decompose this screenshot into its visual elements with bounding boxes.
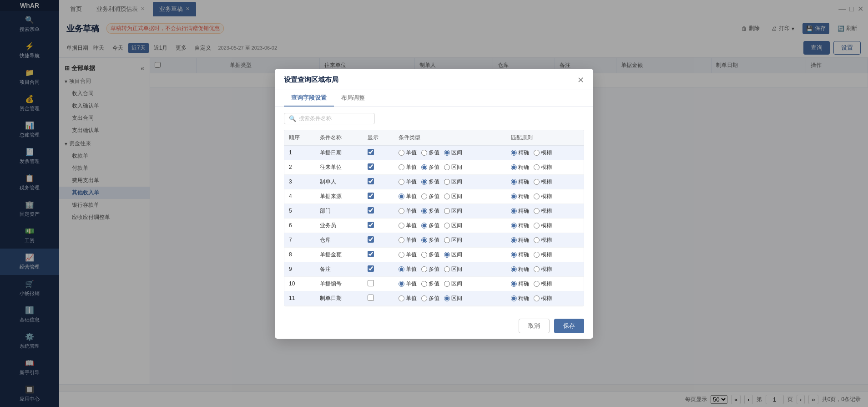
- row-match[interactable]: 精确 模糊: [506, 233, 584, 247]
- modal-close-icon[interactable]: ✕: [577, 75, 584, 85]
- show-checkbox-cell[interactable]: [368, 194, 374, 200]
- show-checkbox[interactable]: [368, 222, 374, 228]
- show-checkbox-cell[interactable]: [368, 150, 374, 157]
- type-radio-多值[interactable]: 多值: [421, 280, 439, 288]
- match-radio-模糊[interactable]: 模糊: [534, 149, 552, 157]
- match-radio-精确[interactable]: 精确: [511, 163, 529, 171]
- row-show[interactable]: [363, 189, 394, 204]
- show-checkbox[interactable]: [368, 236, 374, 243]
- type-radio-多值[interactable]: 多值: [421, 222, 439, 229]
- match-radio-精确[interactable]: 精确: [511, 178, 529, 186]
- row-show[interactable]: [363, 276, 394, 291]
- row-show[interactable]: [363, 262, 394, 276]
- row-type[interactable]: 单值 多值 区间: [394, 276, 506, 291]
- type-radio-区间[interactable]: 区间: [444, 207, 462, 215]
- match-radio-模糊[interactable]: 模糊: [534, 193, 552, 200]
- type-radio-区间[interactable]: 区间: [444, 149, 462, 157]
- row-show[interactable]: [363, 247, 394, 262]
- match-radio-精确[interactable]: 精确: [511, 193, 529, 200]
- type-radio-区间[interactable]: 区间: [444, 236, 462, 244]
- type-radio-单值[interactable]: 单值: [399, 280, 417, 288]
- match-radio-模糊[interactable]: 模糊: [534, 163, 552, 171]
- row-match[interactable]: 精确 模糊: [506, 291, 584, 305]
- row-match[interactable]: 精确 模糊: [506, 160, 584, 174]
- show-checkbox-cell[interactable]: [368, 179, 374, 186]
- show-checkbox-cell[interactable]: [368, 223, 374, 229]
- type-radio-单值[interactable]: 单值: [399, 149, 417, 157]
- row-match[interactable]: 精确 模糊: [506, 247, 584, 262]
- row-show[interactable]: [363, 160, 394, 174]
- show-checkbox-cell[interactable]: [368, 238, 374, 244]
- show-checkbox[interactable]: [368, 149, 374, 155]
- show-checkbox-cell[interactable]: [368, 252, 374, 259]
- match-radio-模糊[interactable]: 模糊: [534, 295, 552, 302]
- type-radio-单值[interactable]: 单值: [399, 193, 417, 200]
- match-radio-精确[interactable]: 精确: [511, 222, 529, 229]
- condition-search-input[interactable]: [299, 115, 370, 122]
- row-match[interactable]: 精确 模糊: [506, 145, 584, 160]
- match-radio-精确[interactable]: 精确: [511, 280, 529, 288]
- type-radio-单值[interactable]: 单值: [399, 178, 417, 186]
- match-radio-精确[interactable]: 精确: [511, 295, 529, 302]
- match-radio-模糊[interactable]: 模糊: [534, 178, 552, 186]
- type-radio-区间[interactable]: 区间: [444, 251, 462, 259]
- match-radio-模糊[interactable]: 模糊: [534, 265, 552, 273]
- type-radio-多值[interactable]: 多值: [421, 265, 439, 273]
- row-match[interactable]: 精确 模糊: [506, 276, 584, 291]
- row-type[interactable]: 单值 多值 区间: [394, 145, 506, 160]
- match-radio-精确[interactable]: 精确: [511, 265, 529, 273]
- modal-tab-layout[interactable]: 布局调整: [334, 90, 372, 107]
- show-checkbox-cell[interactable]: [368, 267, 374, 273]
- row-match[interactable]: 精确 模糊: [506, 262, 584, 276]
- show-checkbox[interactable]: [368, 207, 374, 214]
- row-match[interactable]: 精确 模糊: [506, 204, 584, 218]
- row-type[interactable]: 单值 多值 区间: [394, 233, 506, 247]
- type-radio-区间[interactable]: 区间: [444, 193, 462, 200]
- type-radio-区间[interactable]: 区间: [444, 222, 462, 229]
- row-type[interactable]: 单值 多值 区间: [394, 204, 506, 218]
- show-checkbox[interactable]: [368, 163, 374, 170]
- type-radio-单值[interactable]: 单值: [399, 207, 417, 215]
- type-radio-区间[interactable]: 区间: [444, 178, 462, 186]
- type-radio-多值[interactable]: 多值: [421, 163, 439, 171]
- row-type[interactable]: 单值 多值 区间: [394, 262, 506, 276]
- show-checkbox-cell[interactable]: [368, 281, 374, 288]
- row-show[interactable]: [363, 204, 394, 218]
- row-show[interactable]: [363, 174, 394, 189]
- row-type[interactable]: 单值 多值 区间: [394, 218, 506, 233]
- type-radio-区间[interactable]: 区间: [444, 163, 462, 171]
- match-radio-模糊[interactable]: 模糊: [534, 222, 552, 229]
- row-type[interactable]: 单值 多值 区间: [394, 247, 506, 262]
- match-radio-模糊[interactable]: 模糊: [534, 207, 552, 215]
- row-type[interactable]: 单值 多值 区间: [394, 189, 506, 204]
- match-radio-精确[interactable]: 精确: [511, 149, 529, 157]
- row-type[interactable]: 单值 多值 区间: [394, 291, 506, 305]
- match-radio-精确[interactable]: 精确: [511, 236, 529, 244]
- type-radio-区间[interactable]: 区间: [444, 265, 462, 273]
- type-radio-单值[interactable]: 单值: [399, 163, 417, 171]
- show-checkbox-cell[interactable]: [368, 165, 374, 171]
- cancel-button[interactable]: 取消: [519, 319, 550, 333]
- type-radio-多值[interactable]: 多值: [421, 207, 439, 215]
- type-radio-多值[interactable]: 多值: [421, 295, 439, 302]
- row-match[interactable]: 精确 模糊: [506, 189, 584, 204]
- show-checkbox[interactable]: [368, 193, 374, 199]
- modal-tab-fields[interactable]: 查询字段设置: [284, 90, 334, 107]
- show-checkbox-cell[interactable]: [368, 296, 374, 302]
- type-radio-多值[interactable]: 多值: [421, 178, 439, 186]
- type-radio-单值[interactable]: 单值: [399, 222, 417, 229]
- type-radio-多值[interactable]: 多值: [421, 193, 439, 200]
- match-radio-模糊[interactable]: 模糊: [534, 280, 552, 288]
- type-radio-多值[interactable]: 多值: [421, 236, 439, 244]
- show-checkbox[interactable]: [368, 251, 374, 257]
- confirm-save-button[interactable]: 保存: [554, 319, 584, 333]
- match-radio-模糊[interactable]: 模糊: [534, 251, 552, 259]
- show-checkbox[interactable]: [368, 265, 374, 272]
- show-checkbox[interactable]: [368, 280, 374, 286]
- type-radio-单值[interactable]: 单值: [399, 251, 417, 259]
- type-radio-多值[interactable]: 多值: [421, 149, 439, 157]
- row-type[interactable]: 单值 多值 区间: [394, 160, 506, 174]
- row-match[interactable]: 精确 模糊: [506, 174, 584, 189]
- match-radio-模糊[interactable]: 模糊: [534, 236, 552, 244]
- row-show[interactable]: [363, 233, 394, 247]
